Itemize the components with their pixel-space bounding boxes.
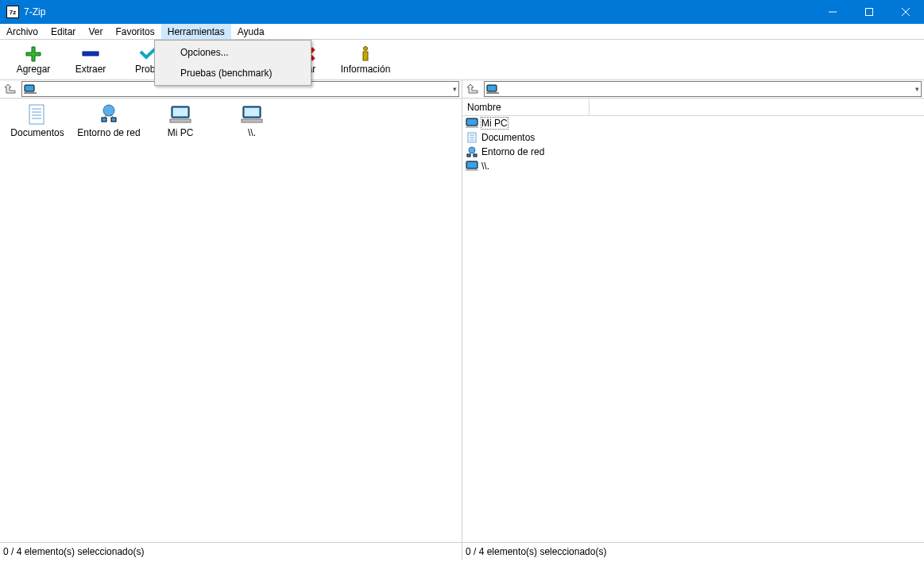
minimize-button[interactable] (814, 0, 851, 24)
column-header[interactable]: Nombre (462, 99, 924, 116)
file-label: Documentos (10, 127, 64, 138)
menu-herramientas[interactable]: Herramientas (161, 24, 231, 39)
plus-icon (25, 46, 42, 62)
svg-rect-4 (83, 52, 99, 56)
svg-rect-23 (170, 119, 191, 122)
svg-rect-37 (466, 169, 478, 171)
pc-icon (466, 161, 478, 172)
pane-right: Nombre Mi PC Documentos Entorno de red \… (462, 99, 924, 542)
menubar: Archivo Editar Ver Favoritos Herramienta… (0, 24, 924, 40)
list-item-label: \\. (481, 161, 489, 172)
close-button[interactable] (887, 0, 924, 24)
svg-rect-36 (466, 161, 477, 169)
computer-icon (486, 84, 499, 94)
toolbar-info-label: Información (341, 64, 391, 75)
dropdown-opciones[interactable]: Opciones... (157, 42, 309, 63)
list-item[interactable]: Documentos (462, 130, 924, 145)
up-button-left[interactable] (2, 81, 18, 97)
maximize-button[interactable] (851, 0, 887, 24)
list-item-label: Entorno de red (481, 146, 544, 157)
svg-rect-26 (242, 119, 262, 122)
pathbar-right: ▾ (462, 79, 924, 99)
svg-rect-17 (102, 118, 106, 122)
doc-icon (25, 103, 50, 126)
status-right: 0 / 4 elemento(s) seleccionado(s) (462, 543, 924, 560)
right-list[interactable]: Mi PC Documentos Entorno de red \\. (462, 116, 924, 542)
menu-ayuda[interactable]: Ayuda (231, 24, 271, 39)
file-item[interactable]: Entorno de red (73, 102, 145, 149)
network-icon (96, 103, 122, 126)
dropdown-pruebas[interactable]: Pruebas (benchmark) (157, 63, 309, 83)
menu-ver[interactable]: Ver (82, 24, 109, 39)
menu-archivo[interactable]: Archivo (0, 24, 44, 39)
toolbar-add-label: Agregar (17, 64, 51, 75)
chevron-down-icon: ▾ (453, 85, 457, 93)
info-icon (357, 46, 374, 62)
svg-rect-18 (111, 118, 116, 122)
svg-rect-8 (24, 92, 37, 94)
file-label: \\. (248, 127, 256, 138)
path-combo-right[interactable]: ▾ (484, 81, 922, 97)
list-item-label: Mi PC (481, 118, 508, 129)
list-item-label: Documentos (481, 132, 535, 143)
svg-rect-28 (466, 126, 478, 128)
toolbar-add[interactable]: Agregar (5, 42, 62, 79)
svg-rect-9 (487, 85, 497, 91)
svg-rect-7 (25, 85, 34, 91)
svg-point-16 (103, 105, 114, 116)
svg-rect-35 (474, 154, 477, 157)
svg-rect-27 (466, 118, 477, 126)
column-nombre[interactable]: Nombre (462, 99, 590, 115)
doc-icon (466, 132, 478, 143)
toolbar-extract[interactable]: Extraer (62, 42, 119, 79)
svg-rect-6 (363, 52, 368, 60)
svg-rect-1 (866, 9, 873, 16)
file-item[interactable]: \\. (216, 102, 288, 149)
svg-point-5 (364, 47, 368, 51)
minus-icon (82, 46, 99, 62)
status-left: 0 / 4 elemento(s) seleccionado(s) (0, 543, 462, 560)
svg-rect-11 (29, 105, 44, 124)
statusbar: 0 / 4 elemento(s) seleccionado(s) 0 / 4 … (0, 542, 924, 560)
window-title: 7-Zip (24, 6, 45, 17)
toolbar: Agregar Extraer Proba rrar Información (0, 40, 924, 79)
network-icon (466, 146, 478, 157)
svg-rect-25 (245, 108, 259, 116)
pc-icon (239, 103, 265, 126)
list-item[interactable]: \\. (462, 159, 924, 173)
pc-icon (168, 103, 193, 126)
up-button-right[interactable] (465, 81, 481, 97)
herramientas-dropdown: Opciones... Pruebas (benchmark) (154, 40, 311, 86)
list-item[interactable]: Entorno de red (462, 145, 924, 159)
svg-rect-34 (467, 154, 470, 157)
computer-icon (24, 84, 37, 94)
menu-favoritos[interactable]: Favoritos (109, 24, 160, 39)
file-item[interactable]: Mi PC (145, 102, 216, 149)
toolbar-info[interactable]: Información (337, 42, 394, 79)
svg-point-33 (469, 147, 475, 153)
list-item[interactable]: Mi PC (462, 116, 924, 130)
file-label: Mi PC (168, 127, 194, 138)
pane-left[interactable]: Documentos Entorno de red Mi PC \\. (0, 99, 462, 542)
chevron-down-icon: ▾ (915, 85, 919, 93)
file-label: Entorno de red (77, 127, 140, 138)
toolbar-extract-label: Extraer (75, 64, 106, 75)
svg-rect-22 (173, 108, 188, 116)
titlebar: 7z 7-Zip (0, 0, 924, 24)
pc-icon (466, 118, 478, 129)
svg-rect-10 (486, 92, 499, 94)
menu-editar[interactable]: Editar (44, 24, 82, 39)
app-icon: 7z (6, 6, 19, 18)
file-item[interactable]: Documentos (2, 102, 73, 149)
